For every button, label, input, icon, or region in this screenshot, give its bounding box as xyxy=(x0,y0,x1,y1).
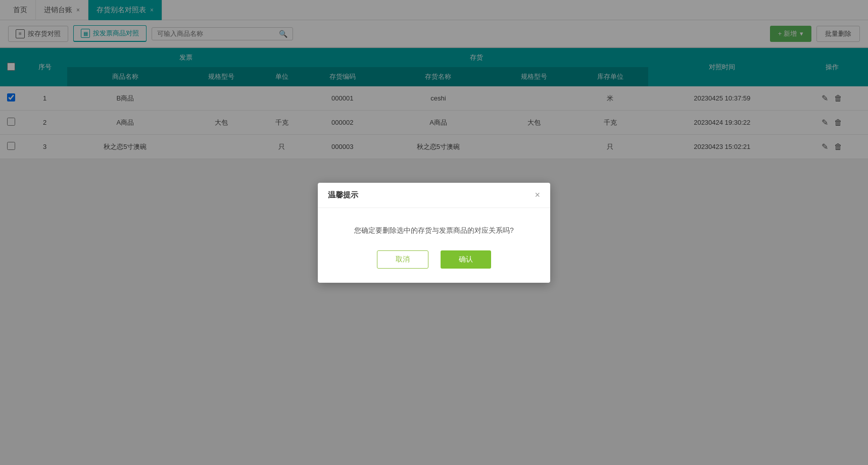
overlay: 温馨提示 × 您确定要删除选中的存货与发票商品的对应关系吗? 取消 确认 xyxy=(0,0,868,159)
